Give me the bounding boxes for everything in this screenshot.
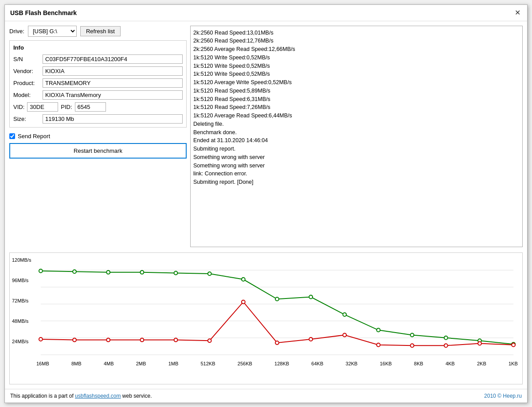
svg-point-28 [275,341,279,344]
footer-text-left: This application is a part of [10,393,75,399]
size-input[interactable] [43,114,183,124]
pid-label: PID: [61,104,72,110]
size-label: Size: [13,116,40,122]
log-line: 2k:2560 Average Read Speed:12,66MB/s [193,45,520,54]
model-label: Model: [13,92,40,98]
svg-point-18 [444,336,448,339]
log-line: 1k:5120 Read Speed:5,89MB/s [193,87,520,95]
x-axis-label: 1MB [168,361,179,366]
restart-benchmark-button[interactable]: Restart benchmark [9,143,187,159]
x-axis-label: 2KB [477,361,486,366]
drive-label: Drive: [9,28,24,35]
send-report-checkbox[interactable] [9,133,15,139]
drive-select[interactable]: [USB] G:\ [28,26,77,37]
vid-pid-row: VID: PID: [13,102,183,112]
vendor-label: Vendor: [13,68,40,74]
svg-point-34 [478,341,481,345]
log-line: Deleting file. [193,120,520,128]
y-label-0: 120MB/s [12,257,31,263]
chart-section: 120MB/s 96MB/s 72MB/s 48MB/s 24MB/s 16MB… [9,252,523,384]
main-content: Drive: [USB] G:\ Refresh list Info S/N V… [5,21,527,252]
log-line: Submiting report. [Done] [193,178,520,186]
chart-svg [36,257,518,359]
pid-input[interactable] [75,102,106,112]
svg-point-7 [73,270,76,273]
x-axis-label: 256KB [238,361,252,366]
x-axis-label: 1KB [509,361,518,366]
y-label-1: 96MB/s [12,278,31,283]
product-input[interactable] [43,78,183,88]
log-line: 1k:5120 Write Speed:0,52MB/s [193,62,520,70]
svg-point-6 [39,269,43,272]
svg-point-30 [343,333,346,337]
log-line: 1k:5120 Write Speed:0,52MB/s [193,54,520,62]
log-line: 1k:5120 Average Read Speed:6,44MB/s [193,112,520,120]
x-axis-label: 32KB [346,361,358,366]
log-line: Something wrong with server [193,162,520,170]
model-input[interactable] [43,90,183,100]
svg-point-24 [140,338,144,341]
sn-input[interactable] [43,54,183,64]
send-report-label[interactable]: Send Report [18,133,50,140]
window-title: USB Flash Benchmark [10,9,77,16]
x-axis-label: 128KB [274,361,289,366]
footer-left: This application is a part of usbflashsp… [10,393,152,399]
log-line: 1k:5120 Read Speed:7,26MB/s [193,103,520,112]
log-line: Ended at 31.10.2020 14:46:04 [193,136,520,145]
log-line: 1k:5120 Average Write Speed:0,52MB/s [193,78,520,87]
svg-point-27 [242,300,245,303]
y-axis-labels: 120MB/s 96MB/s 72MB/s 48MB/s 24MB/s [12,257,31,359]
svg-point-17 [411,333,414,337]
svg-point-31 [377,343,380,346]
log-line: link: Connection error. [193,170,520,178]
x-axis-label: 4MB [104,361,114,366]
svg-point-14 [309,295,313,298]
footer-text-suffix: web service. [122,393,152,399]
svg-point-29 [309,337,313,341]
y-label-3: 48MB/s [12,318,31,324]
sn-row: S/N [13,54,183,64]
x-axis-label: 4KB [446,361,455,366]
send-report-row: Send Report [9,133,187,140]
chart-area: 120MB/s 96MB/s 72MB/s 48MB/s 24MB/s [36,257,518,359]
x-axis-label: 512KB [201,361,215,366]
svg-point-35 [512,343,515,346]
log-panel[interactable]: 2k:2560 Read Speed:13,01MB/s2k:2560 Read… [190,26,523,247]
close-button[interactable]: ✕ [513,8,522,17]
y-label-4: 24MB/s [12,339,31,344]
vid-label: VID: [13,104,24,110]
app-window: USB Flash Benchmark ✕ Drive: [USB] G:\ R… [4,4,528,403]
sn-label: S/N [13,56,40,62]
svg-point-33 [444,344,448,347]
svg-point-10 [174,271,178,275]
drive-row: Drive: [USB] G:\ Refresh list [9,26,187,37]
log-line: Something wrong with server [193,153,520,162]
x-axis-labels: 16MB8MB4MB2MB1MB512KB256KB128KB64KB32KB1… [36,361,518,366]
svg-point-16 [377,328,380,332]
footer-right[interactable]: 2010 © Heep.ru [484,393,522,399]
svg-point-22 [73,338,76,341]
x-axis-label: 8MB [71,361,82,366]
x-axis-label: 16KB [380,361,392,366]
x-axis-label: 2MB [136,361,146,366]
model-row: Model: [13,90,183,100]
log-line: 2k:2560 Read Speed:13,01MB/s [193,29,520,37]
svg-point-9 [140,270,144,274]
svg-point-21 [39,337,43,341]
log-line: Submiting report. [193,145,520,153]
size-row: Size: [13,114,183,124]
info-title: Info [13,44,183,51]
vendor-row: Vendor: [13,66,183,76]
vid-input[interactable] [27,102,58,112]
refresh-list-button[interactable]: Refresh list [80,26,121,36]
x-axis-label: 8KB [414,361,423,366]
footer-link[interactable]: usbflashspeed.com [75,393,121,399]
svg-point-11 [208,272,211,275]
footer: This application is a part of usbflashsp… [5,389,527,403]
product-label: Product: [13,80,40,86]
vendor-input[interactable] [43,66,183,76]
svg-point-12 [242,277,245,281]
log-line: 1k:5120 Write Speed:0,52MB/s [193,70,520,78]
log-line: 2k:2560 Read Speed:12,76MB/s [193,37,520,45]
y-label-2: 72MB/s [12,298,31,303]
